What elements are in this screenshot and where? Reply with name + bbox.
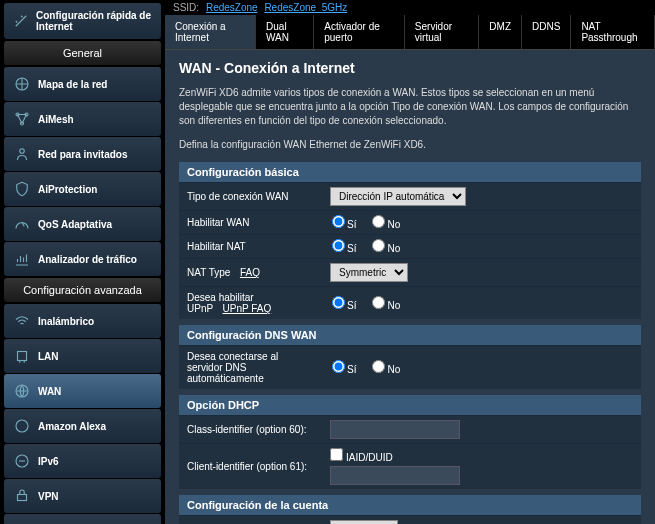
group-dhcp: Opción DHCP (179, 395, 641, 415)
upnp-yes[interactable] (332, 296, 345, 309)
auth-label: Autenticación (179, 519, 324, 524)
enable-wan-label: Habilitar WAN (179, 212, 324, 233)
chart-icon (12, 249, 32, 269)
sidebar-item-aimesh[interactable]: AiMesh (4, 102, 161, 136)
ssid-label: SSID: (173, 2, 199, 13)
dns-auto-no[interactable] (372, 360, 385, 373)
sidebar-item-alexa[interactable]: Amazon Alexa (4, 409, 161, 443)
section-general: General (4, 41, 161, 65)
section-advanced: Configuración avanzada (4, 278, 161, 302)
svg-rect-9 (18, 495, 27, 501)
globe-icon (12, 381, 32, 401)
sidebar-item-firewall[interactable]: Firewall (4, 514, 161, 524)
row-nat-type: NAT Type FAQ Symmetric (179, 258, 641, 286)
sidebar-item-qos[interactable]: QoS Adaptativa (4, 207, 161, 241)
sidebar-item-wireless[interactable]: Inalámbrico (4, 304, 161, 338)
magic-icon (12, 11, 30, 31)
iaid-duid-label: IAID/DUID (346, 452, 393, 463)
dns-auto-label: Desea conectarse al servidor DNS automát… (179, 346, 324, 389)
sidebar-item-lan[interactable]: LAN (4, 339, 161, 373)
lan-icon (12, 346, 32, 366)
tab-dual-wan[interactable]: Dual WAN (256, 15, 314, 49)
svg-point-7 (16, 420, 28, 432)
enable-nat-yes[interactable] (332, 239, 345, 252)
row-client-id: Client-identifier (option 61): IAID/DUID (179, 443, 641, 489)
alexa-icon (12, 416, 32, 436)
mesh-icon (12, 109, 32, 129)
svg-rect-5 (18, 352, 27, 361)
row-class-id: Class-identifier (option 60): (179, 415, 641, 443)
group-dns: Configuración DNS WAN (179, 325, 641, 345)
tab-internet[interactable]: Conexión a Internet (165, 15, 256, 49)
row-enable-nat: Habilitar NAT Sí No (179, 234, 641, 258)
ssid-link-2[interactable]: RedesZone_5GHz (264, 2, 347, 13)
sidebar-item-wan[interactable]: WAN (4, 374, 161, 408)
group-account: Configuración de la cuenta (179, 495, 641, 515)
sidebar-label: Configuración rápida de Internet (36, 10, 153, 32)
ipv6-icon (12, 451, 32, 471)
ssid-link-1[interactable]: RedesZone (206, 2, 258, 13)
wan-type-select[interactable]: Dirección IP automática (330, 187, 466, 206)
sidebar: Configuración rápida de Internet General… (0, 0, 165, 524)
tab-dmz[interactable]: DMZ (479, 15, 522, 49)
sidebar-item-vpn[interactable]: VPN (4, 479, 161, 513)
sidebar-item-quick-setup[interactable]: Configuración rápida de Internet (4, 3, 161, 39)
wan-type-label: Tipo de conexión WAN (179, 186, 324, 207)
content: WAN - Conexión a Internet ZenWiFi XD6 ad… (165, 50, 655, 524)
sidebar-item-guest[interactable]: Red para invitados (4, 137, 161, 171)
client-id-label: Client-identifier (option 61): (179, 456, 324, 477)
upnp-no[interactable] (372, 296, 385, 309)
row-enable-upnp: Desea habilitar UPnP UPnP FAQ Sí No (179, 286, 641, 319)
page-desc-2: Defina la configuración WAN Ethernet de … (179, 138, 641, 152)
map-icon (12, 74, 32, 94)
tab-port-trigger[interactable]: Activador de puerto (314, 15, 405, 49)
iaid-duid-check[interactable] (330, 448, 343, 461)
nat-type-select[interactable]: Symmetric (330, 263, 408, 282)
nat-type-faq[interactable]: FAQ (240, 267, 260, 278)
nat-type-label: NAT Type (187, 267, 230, 278)
sidebar-item-traffic[interactable]: Analizador de tráfico (4, 242, 161, 276)
sidebar-item-ipv6[interactable]: IPv6 (4, 444, 161, 478)
row-wan-type: Tipo de conexión WAN Dirección IP automá… (179, 182, 641, 210)
topbar: SSID: RedesZone RedesZone_5GHz (165, 0, 655, 15)
page-title: WAN - Conexión a Internet (179, 60, 641, 76)
sidebar-item-network-map[interactable]: Mapa de la red (4, 67, 161, 101)
tabs: Conexión a Internet Dual WAN Activador d… (165, 15, 655, 50)
class-id-input[interactable] (330, 420, 460, 439)
enable-nat-no[interactable] (372, 239, 385, 252)
page-desc-1: ZenWiFi XD6 admite varios tipos de conex… (179, 86, 641, 128)
sidebar-item-aiprotection[interactable]: AiProtection (4, 172, 161, 206)
svg-point-4 (20, 149, 25, 154)
tab-ddns[interactable]: DDNS (522, 15, 571, 49)
enable-wan-no[interactable] (372, 215, 385, 228)
tab-nat-passthrough[interactable]: NAT Passthrough (571, 15, 655, 49)
vpn-icon (12, 486, 32, 506)
main: SSID: RedesZone RedesZone_5GHz Conexión … (165, 0, 655, 524)
row-auth: Autenticación Ninguno (179, 515, 641, 524)
group-basic: Configuración básica (179, 162, 641, 182)
client-id-input[interactable] (330, 466, 460, 485)
row-enable-wan: Habilitar WAN Sí No (179, 210, 641, 234)
upnp-faq[interactable]: UPnP FAQ (223, 303, 272, 314)
enable-nat-label: Habilitar NAT (179, 236, 324, 257)
dns-auto-yes[interactable] (332, 360, 345, 373)
shield-icon (12, 179, 32, 199)
guest-icon (12, 144, 32, 164)
auth-select[interactable]: Ninguno (330, 520, 398, 524)
enable-wan-yes[interactable] (332, 215, 345, 228)
row-dns-auto: Desea conectarse al servidor DNS automát… (179, 345, 641, 389)
tab-virtual-server[interactable]: Servidor virtual (405, 15, 480, 49)
wifi-icon (12, 311, 32, 331)
class-id-label: Class-identifier (option 60): (179, 419, 324, 440)
gauge-icon (12, 214, 32, 234)
